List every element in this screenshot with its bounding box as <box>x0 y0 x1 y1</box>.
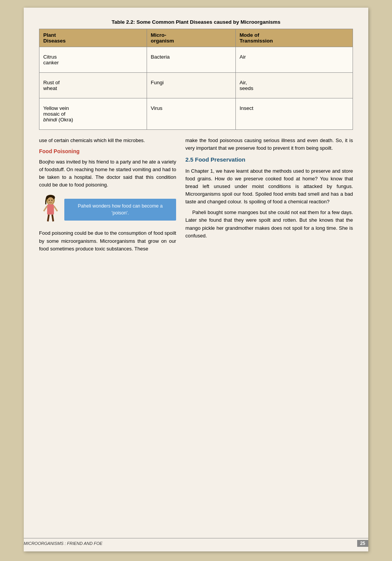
food-poisoning-heading: Food Poisoning <box>39 147 176 156</box>
cell-organism-1: Bacteria <box>147 47 235 73</box>
cell-mode-1: Air <box>235 47 353 73</box>
cell-organism-2: Fungi <box>147 73 235 98</box>
food-poisoning-para1: Boojho was invited by his friend to a pa… <box>39 158 176 189</box>
svg-line-6 <box>44 206 47 211</box>
paheli-illustration <box>39 194 62 225</box>
col-header-mode: Mode ofTransmission <box>235 29 353 47</box>
paheli-box: Paheli wonders how food can become a 'po… <box>64 199 176 221</box>
cell-mode-2: Air,seeds <box>235 73 353 98</box>
cell-organism-3: Virus <box>147 98 235 130</box>
intro-text-left: use of certain chemicals which kill the … <box>39 137 176 144</box>
food-preservation-para1: In Chapter 1, we have learnt about the m… <box>185 167 353 206</box>
col-header-organism: Micro-organism <box>147 29 235 47</box>
svg-point-3 <box>49 200 50 201</box>
svg-point-4 <box>51 200 52 201</box>
disease-table: PlantDiseases Micro-organism Mode ofTran… <box>39 29 353 130</box>
svg-line-7 <box>54 206 57 211</box>
paheli-text: Paheli wonders how food can become a 'po… <box>78 203 163 216</box>
food-preservation-para2: Paheli bought some mangoes but she could… <box>185 209 353 240</box>
paheli-container: Paheli wonders how food can become a 'po… <box>39 194 176 225</box>
footer-left-text: MICROORGANISMS : FRIEND AND FOE <box>24 541 103 546</box>
cell-disease-3: Yellow veinmosaic ofbhindi (Okra) <box>39 98 147 130</box>
two-column-section: use of certain chemicals which kill the … <box>39 137 353 256</box>
svg-point-2 <box>47 197 54 205</box>
intro-text-right: make the food poisonous causing serious … <box>185 137 353 152</box>
svg-line-9 <box>52 215 53 222</box>
table-row: Rust ofwheat Fungi Air,seeds <box>39 73 353 98</box>
paheli-figure <box>39 194 62 225</box>
right-column: make the food poisonous causing serious … <box>185 137 353 256</box>
svg-line-8 <box>48 215 49 222</box>
table-row: Yellow veinmosaic ofbhindi (Okra) Virus … <box>39 98 353 130</box>
cell-disease-2: Rust ofwheat <box>39 73 147 98</box>
cell-mode-3: Insect <box>235 98 353 130</box>
left-column: use of certain chemicals which kill the … <box>39 137 176 256</box>
food-poisoning-para2: Food poisoning could be due to the consu… <box>39 229 176 252</box>
col-header-disease: PlantDiseases <box>39 29 147 47</box>
food-preservation-heading: 2.5 Food Preservation <box>185 155 353 164</box>
footer: MICROORGANISMS : FRIEND AND FOE 25 <box>24 538 368 547</box>
cell-disease-1: Citruscanker <box>39 47 147 73</box>
table-row: Citruscanker Bacteria Air <box>39 47 353 73</box>
table-title: Table 2.2: Some Common Plant Diseases ca… <box>39 19 353 25</box>
page-number: 25 <box>357 540 368 547</box>
svg-rect-5 <box>47 204 54 215</box>
page: Table 2.2: Some Common Plant Diseases ca… <box>24 8 368 551</box>
